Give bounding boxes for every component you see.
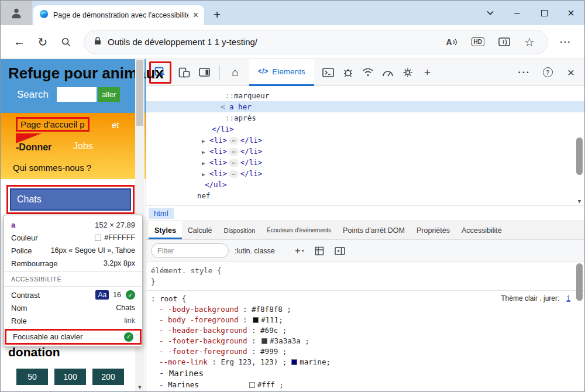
device-emulation-icon[interactable] (176, 64, 192, 81)
tab-title: Page de démonstration avec l'accessibili… (53, 11, 188, 19)
network-icon[interactable] (360, 64, 376, 81)
elements-breadcrumb: html (146, 205, 584, 221)
scroll-down-arrow-icon[interactable]: ▼ (576, 198, 583, 204)
tab-layout[interactable]: Disposition (218, 221, 261, 239)
amount-100-button[interactable]: 100 (54, 369, 86, 385)
css-variable-row[interactable]: - -footer-foreground : #999 ; (151, 346, 584, 357)
elements-scrollbar-thumb[interactable] (576, 137, 583, 175)
text-node[interactable]: nef (146, 190, 584, 201)
address-bar[interactable]: Outils de développement 1 1 y-testing/ A… (84, 30, 548, 54)
back-button[interactable]: ← (8, 35, 31, 49)
read-aloud-icon[interactable]: A (446, 37, 457, 47)
tab-computed[interactable]: Calculé (182, 221, 218, 239)
li-element-row[interactable]: ▶<li>⋯</li> (146, 168, 584, 179)
tab-dom-breakpoints[interactable]: Points d'arrêt DOM (337, 221, 411, 239)
new-style-rule-plus-icon[interactable]: +▾ (295, 245, 304, 257)
tab-properties[interactable]: Propriétés (411, 221, 456, 239)
nav-home-link[interactable]: Page d'accueil p (16, 117, 90, 132)
li-element-row[interactable]: ▶<li>⋯</li> (146, 135, 584, 146)
nav-jobs-link[interactable]: Jobs (73, 141, 93, 152)
pseudo-after-node[interactable]: ::après (146, 112, 584, 123)
color-swatch[interactable] (291, 359, 297, 365)
donation-amounts: 50 100 200 (16, 369, 124, 385)
tab-audio-icon[interactable] (498, 37, 510, 47)
dock-side-icon[interactable] (196, 64, 212, 81)
search-button[interactable] (54, 37, 78, 47)
contrast-value: 16 (113, 291, 121, 299)
search-icon (61, 37, 71, 47)
name-value: Chats (116, 304, 135, 312)
new-tab-button[interactable]: + (214, 8, 221, 22)
page-scrollbar-thumb[interactable] (136, 60, 143, 126)
styles-filter-input[interactable]: Filter (151, 243, 229, 258)
hd-badge[interactable]: HD (472, 37, 484, 46)
maximize-button[interactable] (531, 1, 558, 25)
tab-event-listeners[interactable]: Écouteurs d'événements (261, 221, 337, 239)
devtools-home-icon[interactable]: ⌂ (227, 64, 243, 81)
amount-50-button[interactable]: 50 (16, 369, 48, 385)
css-variable-row[interactable]: - body -foreground : #111; (151, 315, 584, 325)
selected-anchor-node[interactable]: < a her (146, 101, 584, 112)
window-close-button[interactable]: × (558, 1, 584, 25)
favorites-star-icon[interactable]: ☆ (524, 35, 535, 49)
nav-adopt-link[interactable]: et (112, 120, 119, 130)
titlebar: Page de démonstration avec l'accessibili… (1, 1, 584, 25)
pseudo-marker-node[interactable]: ::marqueur (146, 90, 584, 101)
li-element-row[interactable]: ▶<li>⋯</li> (146, 157, 584, 168)
nav-donate-link[interactable]: -Donner (16, 142, 51, 153)
li-element-row[interactable]: ▶<li>⋯</li> (146, 146, 584, 157)
site-search-input[interactable] (57, 87, 97, 102)
css-variable-row[interactable]: --more-link : Erg 123, 123) ;marine; (151, 357, 584, 367)
devtools-help-icon[interactable]: ? (539, 64, 556, 81)
nav-about-link[interactable]: Qui sommes-nous ? (13, 163, 91, 173)
active-tab[interactable]: Page de démonstration avec l'accessibili… (33, 5, 204, 25)
console-icon[interactable] (320, 64, 336, 81)
li-close-node[interactable]: </li> (146, 123, 584, 135)
color-swatch[interactable] (253, 317, 259, 323)
browser-window: Page de démonstration avec l'accessibili… (0, 0, 585, 392)
site-security-lock-icon[interactable] (94, 36, 102, 48)
css-variable-row[interactable]: - -header-background : #69c ; (151, 325, 584, 336)
color-swatch[interactable] (261, 338, 267, 344)
breadcrumb-html[interactable]: html (149, 208, 174, 219)
tab-close-icon[interactable]: × (193, 10, 198, 20)
ul-close-node[interactable]: </ul> (146, 179, 584, 190)
computed-sidebar-icon[interactable] (335, 247, 345, 255)
color-swatch[interactable] (249, 382, 255, 388)
tab-styles[interactable]: Styles (149, 221, 182, 239)
element-style-rule[interactable]: élément. style { (151, 265, 584, 276)
css-variable-row[interactable]: - Marines#fff ; (151, 380, 584, 390)
scroll-down-arrow-icon[interactable]: ▼ (135, 384, 144, 390)
amount-200-button[interactable]: 200 (92, 369, 124, 385)
styles-filter-bar: Filter :lutin. classe +▾ (146, 240, 584, 262)
tab-actions-chevron-icon[interactable] (477, 1, 504, 25)
person-icon (10, 6, 23, 19)
edge-logo-icon (39, 9, 49, 21)
styles-panel-tabs: Styles Calculé Disposition Écouteurs d'é… (146, 221, 584, 240)
chats-link[interactable]: Chats (10, 188, 131, 211)
refresh-button[interactable]: ↻ (31, 35, 54, 49)
styles-scrollbar-thumb[interactable] (576, 263, 583, 301)
tab-accessibility[interactable]: Accessibilité (456, 221, 508, 239)
url-text[interactable]: Outils de développement 1 1 y-testing/ (108, 37, 257, 47)
more-tools-plus-icon[interactable]: + (419, 64, 436, 81)
css-variable-row[interactable]: - -footer-background : #3a3a3a ; (151, 336, 584, 346)
css-variable-row[interactable]: - Marines (151, 367, 584, 380)
devtools-settings-gear-icon[interactable] (400, 64, 416, 81)
stylesheet-line-link[interactable]: 1 (566, 294, 570, 302)
hov-cls-toggle[interactable]: :lutin. classe (235, 247, 275, 255)
devtools-more-icon[interactable]: ··· (516, 64, 532, 81)
issues-bug-icon[interactable] (340, 64, 356, 81)
search-go-button[interactable]: aller (98, 87, 121, 102)
performance-icon[interactable] (380, 64, 396, 81)
profile-button[interactable] (1, 1, 32, 25)
browser-settings-more-icon[interactable]: ··· (554, 37, 577, 47)
tooltip-padding-row: Rembourrage 3.2px 8px (11, 257, 135, 270)
css-variable-row[interactable]: - -body-background : #f8f8f8 ; (151, 304, 584, 315)
grid-overlay-icon[interactable] (315, 246, 324, 256)
devtools-close-icon[interactable]: × (563, 64, 579, 81)
contrast-label: Contrast (11, 291, 40, 300)
root-rule[interactable]: : root { Thème clair . jurer:1 (151, 293, 584, 304)
minimize-button[interactable]: – (504, 1, 531, 25)
tab-elements[interactable]: </> Elements (249, 59, 314, 86)
